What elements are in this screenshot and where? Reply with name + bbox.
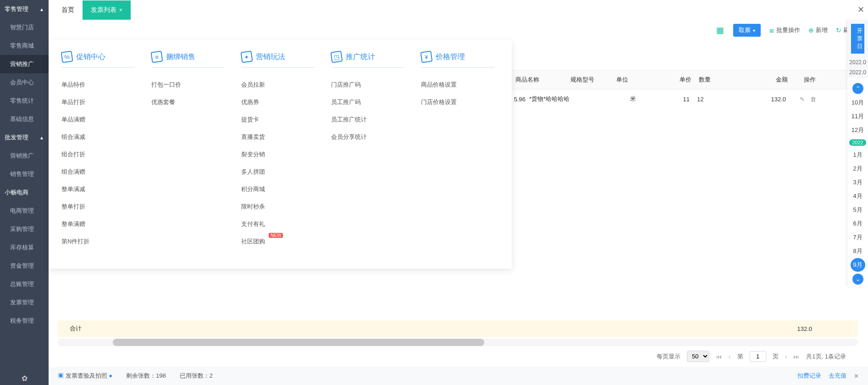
mega-item[interactable]: 支付有礼	[241, 215, 331, 233]
mega-item[interactable]: 单品特价	[61, 76, 151, 94]
qr-icon[interactable]: ▦	[716, 25, 725, 35]
new-badge: NEW	[269, 233, 283, 238]
mega-item[interactable]: 组合满减	[61, 128, 151, 146]
last-page-button[interactable]: ⏭	[793, 353, 800, 360]
tab-1[interactable]: 发票列表×	[83, 0, 131, 20]
sidebar-item-7[interactable]: 批发管理▲	[0, 128, 49, 147]
next-page-button[interactable]: ›	[785, 353, 787, 360]
month-item[interactable]: 10月	[851, 96, 865, 110]
mega-item[interactable]: 门店推广码	[331, 76, 421, 94]
month-item[interactable]: 5月	[851, 203, 865, 217]
sidebar-item-11[interactable]: 电商管理	[0, 202, 49, 220]
sidebar-item-17[interactable]: 税务管理	[0, 312, 49, 330]
sidebar-item-5[interactable]: 零售统计	[0, 92, 49, 110]
month-item[interactable]: 9月	[851, 258, 865, 272]
mega-item[interactable]: 直播卖货	[241, 128, 331, 146]
col-price: 单价	[649, 76, 695, 84]
first-page-button[interactable]: ⏮	[716, 353, 722, 360]
toolbar: ▦ 取票▾ ≣批量操作 ⊕新增 ↻刷新	[49, 20, 868, 40]
cell-name: *货物*哈哈哈哈	[525, 95, 581, 103]
prev-page-button[interactable]: ‹	[729, 353, 731, 360]
month-item[interactable]: 6月	[851, 217, 865, 231]
month-item[interactable]: 12月	[851, 123, 865, 137]
sidebar-item-4[interactable]: 会员中心	[0, 73, 49, 92]
remain-count: 剩余张数：198	[126, 372, 166, 380]
mega-item[interactable]: 打包一口价	[151, 76, 241, 94]
cell-unit: 米	[626, 95, 663, 103]
month-item[interactable]: 8月	[851, 244, 865, 258]
month-item[interactable]: 11月	[851, 110, 865, 123]
col-spec: 规格型号	[567, 76, 613, 84]
mega-item[interactable]: 组合打折	[61, 146, 151, 163]
sidebar-item-1[interactable]: 智慧门店	[0, 18, 49, 37]
footer-close-icon[interactable]: ✕	[854, 373, 859, 380]
mega-item[interactable]: 积分商城	[241, 181, 331, 198]
mega-item[interactable]: 整单满减	[61, 181, 151, 198]
mega-item[interactable]: 员工推广码	[331, 94, 421, 111]
sidebar-item-9[interactable]: 销售管理	[0, 165, 49, 183]
month-up-button[interactable]: ⌃	[852, 83, 863, 94]
sidebar-item-12[interactable]: 采购管理	[0, 220, 49, 238]
cell-amount: 132.0	[739, 96, 790, 103]
month-item[interactable]: 2月	[851, 162, 865, 176]
sidebar-item-8[interactable]: 营销推广	[0, 147, 49, 165]
month-item[interactable]: 3月	[851, 176, 865, 189]
mega-item[interactable]: 单品满赠	[61, 111, 151, 128]
perpage-select[interactable]: 50	[687, 351, 709, 362]
batch-ops-button[interactable]: ≣批量操作	[769, 26, 800, 34]
month-item[interactable]: 7月	[851, 231, 865, 244]
mega-item[interactable]: 第N件打折	[61, 233, 151, 250]
deduct-record-link[interactable]: 扣费记录	[797, 372, 821, 380]
horizontal-scrollbar[interactable]	[58, 339, 858, 346]
mega-header-icon: ✦	[240, 50, 253, 63]
sidebar-item-10[interactable]: 小畅电商	[0, 183, 49, 202]
scrollbar-thumb[interactable]	[113, 339, 484, 346]
mega-item[interactable]: 单品打折	[61, 94, 151, 111]
invoice-check-link[interactable]: ▣ 发票查验及拍照 ●	[58, 372, 112, 380]
sidebar-item-0[interactable]: 零售管理▲	[0, 0, 49, 18]
mega-item[interactable]: 裂变分销	[241, 146, 331, 163]
mega-header: %促销中心	[61, 51, 135, 68]
recharge-link[interactable]: 去充值	[829, 372, 846, 380]
mega-item[interactable]: 商品价格设置	[421, 76, 511, 94]
sidebar-item-6[interactable]: 基础信息	[0, 110, 49, 128]
settings-gear-icon[interactable]: ✿	[0, 374, 49, 383]
mega-item[interactable]: 整单满赠	[61, 215, 151, 233]
invoice-date-button[interactable]: 开票日	[851, 24, 864, 54]
get-invoice-button[interactable]: 取票▾	[733, 24, 761, 37]
sidebar-item-16[interactable]: 发票管理	[0, 293, 49, 312]
used-count: 已用张数：2	[180, 372, 213, 380]
sidebar-item-3[interactable]: 营销推广	[0, 55, 49, 73]
table-row[interactable]: 5.96 *货物*哈哈哈哈 米 11 12 132.0 ✎ 🗑	[510, 89, 858, 109]
cell-pre: 5.96	[510, 96, 525, 103]
sidebar-item-14[interactable]: 资金管理	[0, 257, 49, 275]
page-input[interactable]	[750, 351, 766, 362]
mega-item[interactable]: 社区团购NEW	[241, 233, 331, 250]
delete-icon[interactable]: 🗑	[810, 96, 816, 103]
close-all-icon[interactable]: ✕	[857, 5, 864, 15]
sidebar-item-2[interactable]: 零售商城	[0, 37, 49, 55]
mega-item[interactable]: 优惠套餐	[151, 94, 241, 111]
mega-item[interactable]: 多人拼团	[241, 163, 331, 181]
mega-item[interactable]: 整单打折	[61, 198, 151, 215]
sidebar: 零售管理▲智慧门店零售商城营销推广会员中心零售统计基础信息批发管理▲营销推广销售…	[0, 0, 49, 385]
mega-item[interactable]: 提货卡	[241, 111, 331, 128]
mega-item[interactable]: 员工推广统计	[331, 111, 421, 128]
tab-close-icon[interactable]: ×	[119, 7, 122, 13]
mega-item[interactable]: 会员分享统计	[331, 128, 421, 146]
month-item[interactable]: 1月	[851, 148, 865, 162]
mega-item[interactable]: 门店价格设置	[421, 94, 511, 111]
mega-item[interactable]: 会员拉新	[241, 76, 331, 94]
right-date-panel: 开票日 2022.0 2022.0 ⌃10月11月12月20221月2月3月4月…	[847, 20, 868, 286]
add-button[interactable]: ⊕新增	[808, 26, 828, 34]
month-down-button[interactable]: ⌄	[852, 274, 863, 285]
mega-item[interactable]: 组合满赠	[61, 163, 151, 181]
month-item[interactable]: 4月	[851, 189, 865, 203]
sidebar-item-15[interactable]: 总账管理	[0, 275, 49, 293]
sidebar-item-13[interactable]: 库存核算	[0, 238, 49, 257]
mega-item[interactable]: 优惠券	[241, 94, 331, 111]
edit-icon[interactable]: ✎	[800, 96, 805, 103]
mega-header: ≡捆绑销售	[151, 51, 225, 68]
mega-item[interactable]: 限时秒杀	[241, 198, 331, 215]
tab-0[interactable]: 首页	[53, 0, 83, 20]
